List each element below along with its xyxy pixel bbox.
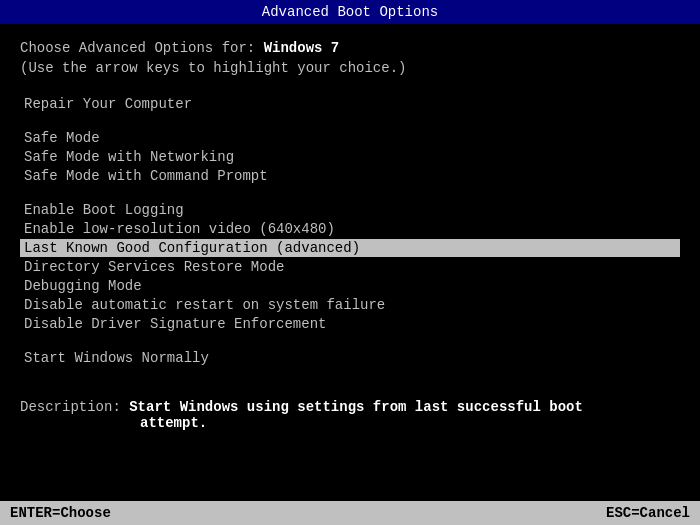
- footer-right: ESC=Cancel: [606, 505, 690, 521]
- menu-item-start-normally[interactable]: Start Windows Normally: [20, 349, 680, 367]
- description-text-line2: attempt.: [140, 415, 207, 431]
- menu-item-directory-services[interactable]: Directory Services Restore Mode: [20, 258, 680, 276]
- header-line2: (Use the arrow keys to highlight your ch…: [20, 60, 680, 76]
- title-text: Advanced Boot Options: [262, 4, 438, 20]
- menu-item-safe-mode[interactable]: Safe Mode: [20, 129, 680, 147]
- description-line2: attempt.: [20, 415, 680, 431]
- menu-item-last-known-good[interactable]: Last Known Good Configuration (advanced): [20, 239, 680, 257]
- menu-item-boot-logging[interactable]: Enable Boot Logging: [20, 201, 680, 219]
- menu-container: Repair Your Computer Safe Mode Safe Mode…: [20, 80, 680, 367]
- menu-item-safe-mode-networking[interactable]: Safe Mode with Networking: [20, 148, 680, 166]
- gap1: [20, 80, 680, 94]
- description-label: Description:: [20, 399, 129, 415]
- gap3: [20, 186, 680, 200]
- description-text: Start Windows using settings from last s…: [129, 399, 583, 415]
- header-line1: Choose Advanced Options for: Windows 7: [20, 40, 680, 56]
- header-prefix: Choose Advanced Options for:: [20, 40, 264, 56]
- menu-item-disable-driver-sig[interactable]: Disable Driver Signature Enforcement: [20, 315, 680, 333]
- main-content: Choose Advanced Options for: Windows 7 (…: [0, 24, 700, 443]
- title-bar: Advanced Boot Options: [0, 0, 700, 24]
- menu-item-disable-restart[interactable]: Disable automatic restart on system fail…: [20, 296, 680, 314]
- header-os: Windows 7: [264, 40, 340, 56]
- description-area: Description: Start Windows using setting…: [20, 385, 680, 431]
- footer-left: ENTER=Choose: [10, 505, 111, 521]
- menu-item-low-res[interactable]: Enable low-resolution video (640x480): [20, 220, 680, 238]
- gap2: [20, 114, 680, 128]
- menu-item-debugging[interactable]: Debugging Mode: [20, 277, 680, 295]
- menu-item-safe-mode-command[interactable]: Safe Mode with Command Prompt: [20, 167, 680, 185]
- gap4: [20, 334, 680, 348]
- menu-item-repair[interactable]: Repair Your Computer: [20, 95, 680, 113]
- footer-bar: ENTER=Choose ESC=Cancel: [0, 501, 700, 525]
- gap5: [20, 385, 680, 399]
